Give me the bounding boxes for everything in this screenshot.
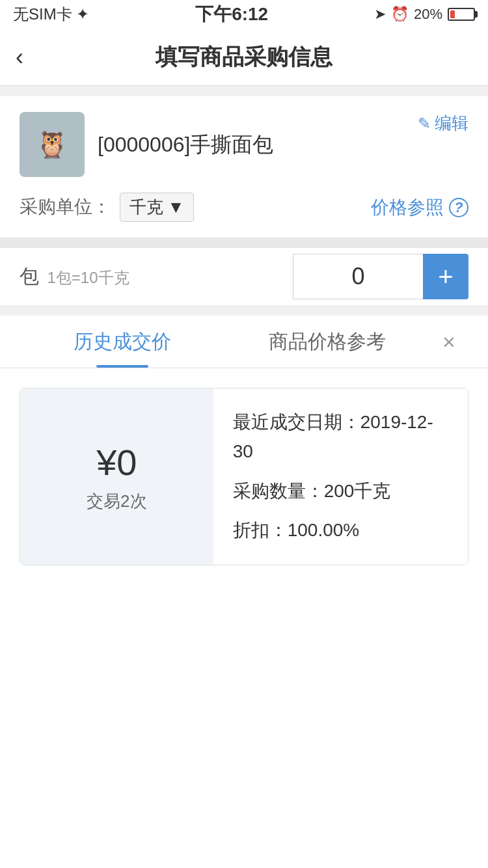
price-card-container: ¥0 交易2次 最近成交日期：2019-12-30 采购数量：200千克 折扣：… — [0, 368, 488, 585]
quantity-detail-label: 采购数量： — [233, 481, 324, 501]
quantity-input[interactable] — [293, 254, 423, 299]
price-card-left: ¥0 交易2次 — [20, 388, 213, 565]
page-title: 填写商品采购信息 — [156, 42, 332, 72]
product-info: 🦉 [0000006]手撕面包 — [20, 112, 273, 177]
tabs-section: 历史成交价 商品价格参考 × ¥0 交易2次 最近成交日期：2019-12-30… — [0, 316, 488, 585]
price-card-right: 最近成交日期：2019-12-30 采购数量：200千克 折扣：100.00% — [213, 388, 468, 565]
unit-dropdown-icon: ▼ — [167, 197, 184, 217]
battery-icon — [448, 8, 475, 21]
status-time: 下午6:12 — [195, 2, 268, 27]
tab-close-button[interactable]: × — [429, 322, 468, 361]
location-icon: ➤ — [374, 6, 386, 23]
price-currency: ¥ — [96, 442, 116, 483]
tab-product-label: 商品价格参考 — [269, 329, 386, 355]
recent-date-row: 最近成交日期：2019-12-30 — [233, 408, 448, 467]
quantity-input-section: + — [293, 254, 468, 299]
battery-percent: 20% — [414, 6, 442, 23]
price-reference-button[interactable]: 价格参照 ? — [371, 195, 468, 220]
edit-icon: ✎ — [418, 115, 431, 133]
product-thumbnail: 🦉 — [20, 112, 85, 177]
tabs-header: 历史成交价 商品价格参考 × — [0, 316, 488, 368]
section-divider — [0, 237, 488, 248]
unit-value: 千克 — [129, 196, 163, 219]
quantity-label-section: 包 1包=10千克 — [20, 264, 129, 290]
price-amount: 0 — [116, 442, 137, 483]
nav-bar: ‹ 填写商品采购信息 — [0, 29, 488, 86]
tab-active-indicator — [96, 365, 148, 368]
product-section: 🦉 [0000006]手撕面包 ✎ 编辑 采购单位： 千克 ▼ 价格参照 ? — [0, 96, 488, 237]
tab-product-price[interactable]: 商品价格参考 — [224, 316, 429, 368]
discount-label: 折扣： — [233, 520, 288, 540]
help-icon: ? — [449, 198, 468, 217]
product-image-icon: 🦉 — [36, 129, 68, 160]
price-card: ¥0 交易2次 最近成交日期：2019-12-30 采购数量：200千克 折扣：… — [20, 388, 468, 565]
unit-label: 采购单位： — [20, 197, 111, 217]
alarm-icon: ⏰ — [391, 6, 409, 23]
tab-history-price[interactable]: 历史成交价 — [20, 316, 224, 368]
product-header: 🦉 [0000006]手撕面包 ✎ 编辑 — [20, 112, 468, 177]
unit-select[interactable]: 千克 ▼ — [120, 193, 194, 222]
product-name: [0000006]手撕面包 — [98, 130, 273, 159]
status-bar: 无SIM卡 ✦ 下午6:12 ➤ ⏰ 20% — [0, 0, 488, 29]
tab-history-label: 历史成交价 — [74, 329, 171, 355]
recent-date-label: 最近成交日期： — [233, 412, 360, 432]
purchase-quantity-row: 采购数量：200千克 — [233, 477, 448, 506]
quantity-plus-button[interactable]: + — [423, 254, 468, 299]
quantity-conversion: 1包=10千克 — [47, 269, 129, 286]
price-transactions: 交易2次 — [87, 490, 146, 513]
discount-row: 折扣：100.00% — [233, 516, 448, 545]
price-value: ¥0 — [96, 441, 137, 483]
status-left: 无SIM卡 ✦ — [13, 4, 89, 25]
product-unit-row: 采购单位： 千克 ▼ 价格参照 ? — [20, 193, 468, 222]
quantity-detail-value: 200千克 — [324, 481, 391, 501]
carrier-text: 无SIM卡 ✦ — [13, 4, 89, 25]
bottom-area — [0, 585, 488, 868]
edit-label: 编辑 — [435, 112, 468, 135]
edit-button[interactable]: ✎ 编辑 — [418, 112, 468, 135]
back-button[interactable]: ‹ — [16, 44, 23, 71]
quantity-unit-label: 包 — [20, 265, 39, 287]
status-right: ➤ ⏰ 20% — [374, 6, 475, 23]
price-ref-label: 价格参照 — [371, 195, 444, 220]
unit-section: 采购单位： 千克 ▼ — [20, 193, 194, 222]
quantity-row: 包 1包=10千克 + — [0, 248, 488, 305]
discount-value: 100.00% — [288, 520, 360, 540]
